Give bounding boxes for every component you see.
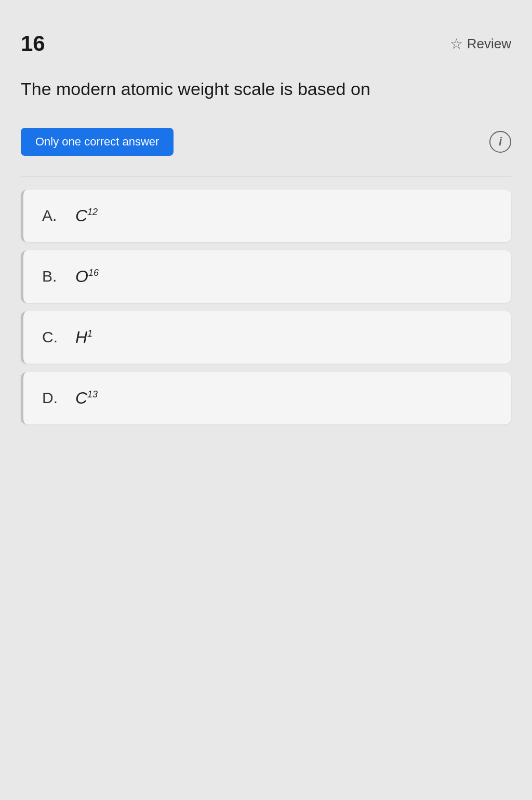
info-icon[interactable]: i bbox=[489, 131, 511, 153]
review-label: Review bbox=[467, 36, 511, 52]
only-one-answer-badge: Only one correct answer bbox=[21, 128, 174, 156]
option-d[interactable]: D. C13 bbox=[21, 372, 511, 424]
header-row: 16 ☆ Review bbox=[21, 31, 511, 56]
option-d-letter: D. bbox=[42, 389, 61, 407]
option-b-text: O16 bbox=[75, 267, 99, 286]
page-container: 16 ☆ Review The modern atomic weight sca… bbox=[0, 0, 532, 800]
option-c[interactable]: C. H1 bbox=[21, 311, 511, 364]
option-a[interactable]: A. C12 bbox=[21, 190, 511, 242]
options-container: A. C12 B. O16 C. H1 D. C13 bbox=[21, 190, 511, 424]
question-text: The modern atomic weight scale is based … bbox=[21, 77, 511, 102]
star-icon: ☆ bbox=[450, 35, 463, 52]
option-a-letter: A. bbox=[42, 207, 61, 224]
divider bbox=[21, 177, 511, 177]
option-c-text: H1 bbox=[75, 328, 92, 347]
review-button[interactable]: ☆ Review bbox=[450, 35, 511, 52]
option-b[interactable]: B. O16 bbox=[21, 250, 511, 303]
info-symbol: i bbox=[499, 135, 502, 149]
badge-row: Only one correct answer i bbox=[21, 128, 511, 156]
option-c-letter: C. bbox=[42, 328, 61, 346]
option-a-text: C12 bbox=[75, 206, 98, 225]
option-d-text: C13 bbox=[75, 389, 98, 408]
question-number: 16 bbox=[21, 31, 45, 56]
option-b-letter: B. bbox=[42, 268, 61, 285]
